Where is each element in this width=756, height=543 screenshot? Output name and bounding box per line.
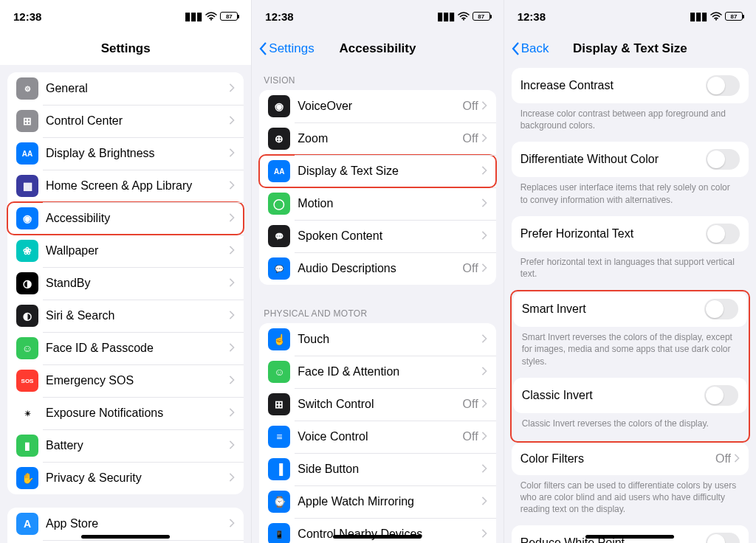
nav-back[interactable]: Settings <box>259 41 314 56</box>
row-spoken[interactable]: 💬 Spoken Content <box>259 220 495 252</box>
battery-icon: 87 <box>725 12 743 21</box>
accessibility-group-motor: ☝ Touch ☺ Face ID & Attention ⊞ Switch C… <box>259 323 495 543</box>
row-label: Prefer Horizontal Text <box>520 227 706 241</box>
nav-bar: Settings Accessibility <box>252 32 503 65</box>
row-label: VoiceOver <box>298 100 462 113</box>
row-classic-invert[interactable]: Classic Invert <box>513 378 747 413</box>
row-label: Battery <box>46 439 229 452</box>
row-privacy[interactable]: ✋ Privacy & Security <box>7 462 244 494</box>
chevron-right-icon <box>229 374 235 387</box>
chevron-right-icon <box>229 114 235 128</box>
chevron-right-icon <box>229 244 235 257</box>
row-motion[interactable]: ◯ Motion <box>259 187 495 220</box>
status-time: 12:38 <box>518 10 546 23</box>
chevron-right-icon <box>734 452 740 466</box>
row-display-brightness[interactable]: AA Display & Brightness <box>7 137 244 170</box>
row-home-screen[interactable]: ▦ Home Screen & App Library <box>7 170 244 202</box>
classic-invert-toggle[interactable] <box>704 385 738 406</box>
footer-diff-without-color: Replaces user interface items that rely … <box>504 177 756 215</box>
footer-prefer-horizontal: Prefer horizontal text in languages that… <box>504 252 756 290</box>
chevron-right-icon <box>481 333 487 346</box>
status-bar: 12:38 ▮▮▮ 87 <box>504 0 756 32</box>
footer-smart-invert: Smart Invert reverses the colors of the … <box>512 327 749 378</box>
row-label: Spoken Content <box>298 229 481 243</box>
row-nearby[interactable]: 📱 Control Nearby Devices <box>259 518 495 543</box>
home-indicator[interactable] <box>81 535 170 539</box>
accessibility-icon: ◉ <box>16 207 38 229</box>
cellular-icon: ▮▮▮ <box>690 10 707 23</box>
group-diff-without-color: Differentiate Without Color <box>512 142 749 177</box>
chevron-right-icon <box>229 179 235 193</box>
group-color-filters: Color Filters Off <box>512 443 749 475</box>
row-label: Accessibility <box>46 212 229 225</box>
row-display-text[interactable]: AA Display & Text Size <box>259 155 495 187</box>
row-prefer-horizontal[interactable]: Prefer Horizontal Text <box>512 216 749 252</box>
home-indicator[interactable] <box>333 535 422 539</box>
chevron-right-icon <box>229 147 235 160</box>
chevron-right-icon <box>229 517 235 530</box>
svg-point-2 <box>715 18 717 20</box>
increase-contrast-toggle[interactable] <box>706 75 740 96</box>
row-value: Off <box>463 430 478 443</box>
row-faceid-att[interactable]: ☺ Face ID & Attention <box>259 356 495 388</box>
smart-invert-toggle[interactable] <box>704 299 738 319</box>
row-wallet[interactable]: ▭ Wallet & Apple Pay <box>7 540 244 543</box>
row-diff-without-color[interactable]: Differentiate Without Color <box>512 142 749 177</box>
cellular-icon: ▮▮▮ <box>437 10 455 23</box>
group-prefer-horizontal: Prefer Horizontal Text <box>512 216 749 252</box>
svg-point-0 <box>210 18 212 20</box>
row-voice-ctrl[interactable]: ≡ Voice Control Off <box>259 421 495 453</box>
row-label: Audio Descriptions <box>298 262 462 275</box>
chevron-right-icon <box>481 262 487 275</box>
row-label: Differentiate Without Color <box>520 153 706 166</box>
nearby-icon: 📱 <box>268 523 290 543</box>
battery-icon: 87 <box>220 12 238 21</box>
row-label: Smart Invert <box>522 302 704 316</box>
chevron-right-icon <box>229 471 235 485</box>
chevron-right-icon <box>481 100 487 113</box>
row-wallpaper[interactable]: ❀ Wallpaper <box>7 235 244 267</box>
row-sos[interactable]: SOS Emergency SOS <box>7 364 244 397</box>
row-color-filters[interactable]: Color Filters Off <box>512 443 749 475</box>
row-label: Control Center <box>46 114 229 128</box>
reduce-white-toggle[interactable] <box>706 533 740 543</box>
status-time: 12:38 <box>265 10 293 23</box>
row-switch-ctrl[interactable]: ⊞ Switch Control Off <box>259 388 495 421</box>
appstore-icon: A <box>16 513 38 535</box>
faceid-icon: ☺ <box>16 337 38 359</box>
group-smart-invert: Smart Invert <box>513 291 747 327</box>
row-smart-invert[interactable]: Smart Invert <box>513 291 747 327</box>
row-value: Off <box>463 262 478 275</box>
home-indicator[interactable] <box>585 535 674 539</box>
row-side-button[interactable]: ▐ Side Button <box>259 453 495 485</box>
row-label: Exposure Notifications <box>46 407 229 420</box>
nav-back[interactable]: Back <box>512 41 549 56</box>
row-exposure[interactable]: ☀︎ Exposure Notifications <box>7 397 244 429</box>
row-label: Switch Control <box>298 398 462 411</box>
row-siri[interactable]: ◐ Siri & Search <box>7 300 244 332</box>
row-battery[interactable]: ▮ Battery <box>7 429 244 462</box>
row-audio-desc[interactable]: 💬 Audio Descriptions Off <box>259 252 495 285</box>
nav-bar: Settings <box>0 32 251 65</box>
wifi-icon <box>205 10 217 23</box>
row-increase-contrast[interactable]: Increase Contrast <box>512 68 749 103</box>
row-touch[interactable]: ☝ Touch <box>259 323 495 356</box>
row-standby[interactable]: ◑ StandBy <box>7 267 244 300</box>
row-label: Emergency SOS <box>46 374 229 387</box>
row-general[interactable]: ⚙︎ General <box>7 72 244 105</box>
row-label: Motion <box>298 197 481 210</box>
row-value: Off <box>715 452 731 466</box>
footer-color-filters: Color filters can be used to differentia… <box>504 475 756 526</box>
row-value: Off <box>463 398 478 411</box>
wallpaper-icon: ❀ <box>16 240 38 262</box>
status-bar: 12:38 ▮▮▮ 87 <box>0 0 251 32</box>
row-faceid[interactable]: ☺ Face ID & Passcode <box>7 332 244 364</box>
standby-icon: ◑ <box>16 272 38 294</box>
row-control-center[interactable]: ⊞ Control Center <box>7 105 244 137</box>
row-watch-mirror[interactable]: ⌚ Apple Watch Mirroring <box>259 485 495 518</box>
row-accessibility[interactable]: ◉ Accessibility <box>7 202 244 235</box>
row-zoom[interactable]: ⊕ Zoom Off <box>259 122 495 155</box>
prefer-horizontal-toggle[interactable] <box>706 224 740 244</box>
diff-without-color-toggle[interactable] <box>706 149 740 170</box>
row-voiceover[interactable]: ◉ VoiceOver Off <box>259 90 495 122</box>
